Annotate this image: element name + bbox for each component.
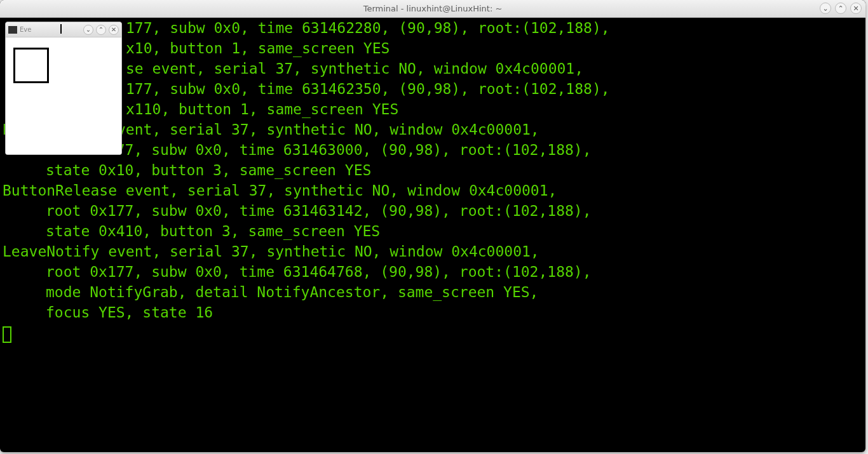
terminal-cursor [3, 326, 11, 343]
xev-titlebar[interactable]: Eve ⌄ ⌃ ✕ [6, 22, 121, 37]
minimize-button[interactable]: ⌄ [83, 25, 93, 35]
terminal-line: focus YES, state 16 [3, 302, 863, 323]
app-icon [8, 26, 17, 34]
terminal-line: se event, serial 37, synthetic NO, windo… [3, 58, 863, 79]
terminal-window: Terminal - linuxhint@LinuxHint: ~ ⌄ ⌃ ✕ … [0, 0, 865, 452]
terminal-line: state 0x410, button 3, same_screen YES [3, 221, 863, 241]
close-button[interactable]: ✕ [109, 25, 119, 35]
terminal-line: 177, subw 0x0, time 631462280, (90,98), … [3, 18, 863, 38]
text-caret [60, 24, 62, 34]
maximize-button[interactable]: ⌃ [835, 3, 846, 14]
terminal-title: Terminal - linuxhint@LinuxHint: ~ [363, 4, 503, 13]
terminal-line: ButtonRelease event, serial 37, syntheti… [3, 180, 863, 201]
terminal-line: mode NotifyGrab, detail NotifyAncestor, … [3, 282, 863, 302]
close-button[interactable]: ✕ [850, 3, 862, 14]
terminal-line: root 0x177, subw 0x0, time 631463142, (9… [3, 201, 863, 221]
window-controls: ⌄ ⌃ ✕ [820, 3, 862, 14]
terminal-line: ButtonPress event, serial 37, synthetic … [3, 119, 863, 140]
terminal-line: x110, button 1, same_screen YES [3, 99, 863, 119]
maximize-button[interactable]: ⌃ [96, 25, 106, 35]
xev-canvas[interactable] [6, 37, 121, 154]
terminal-line: LeaveNotify event, serial 37, synthetic … [3, 241, 863, 262]
minimize-button[interactable]: ⌄ [820, 3, 831, 14]
xev-title: Eve [20, 26, 31, 33]
terminal-line: x10, button 1, same_screen YES [3, 38, 863, 58]
terminal-titlebar[interactable]: Terminal - linuxhint@LinuxHint: ~ ⌄ ⌃ ✕ [0, 0, 865, 18]
terminal-line: 177, subw 0x0, time 631462350, (90,98), … [3, 79, 863, 99]
terminal-line: root 0x177, subw 0x0, time 631464768, (9… [3, 262, 863, 282]
xev-window[interactable]: Eve ⌄ ⌃ ✕ [5, 22, 122, 155]
terminal-output[interactable]: 177, subw 0x0, time 631462280, (90,98), … [3, 18, 863, 450]
terminal-line: state 0x10, button 3, same_screen YES [3, 160, 863, 180]
terminal-line: root 0x177, subw 0x0, time 631463000, (9… [3, 140, 863, 160]
xev-test-square[interactable] [13, 48, 49, 83]
